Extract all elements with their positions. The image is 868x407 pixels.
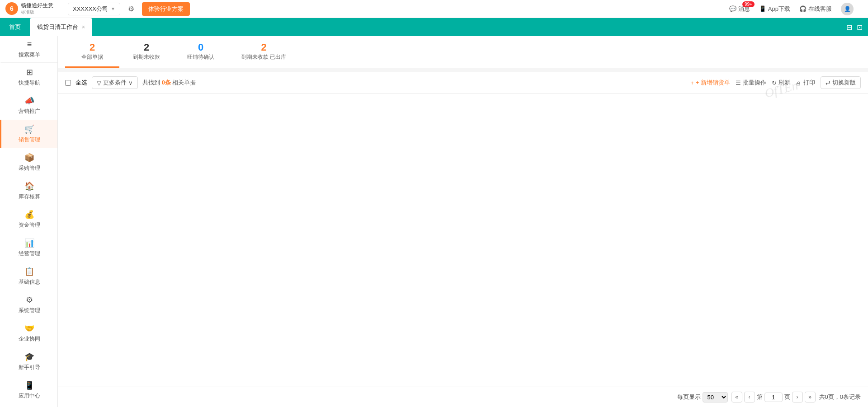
company-name: XXXXXX公司 xyxy=(73,5,108,13)
stat-tab-overdue[interactable]: 2 到期未收款 xyxy=(119,36,174,68)
add-label: + 新增销货单 xyxy=(696,79,730,87)
sidebar-item-finance[interactable]: 💰 资金管理 xyxy=(0,205,57,234)
first-page-button[interactable]: « xyxy=(731,392,742,402)
maximize-icon[interactable]: ⊡ xyxy=(857,23,863,32)
refresh-button[interactable]: ↻ 刷新 xyxy=(772,79,790,87)
logo-icon: 6 xyxy=(5,2,18,15)
logo-line2: 标准版 xyxy=(21,9,53,15)
add-sale-order-button[interactable]: + + 新增销货单 xyxy=(690,79,730,87)
switch-icon: ⇄ xyxy=(826,80,830,86)
message-icon: 💬 xyxy=(729,5,736,12)
online-service-label: 在线客服 xyxy=(808,5,832,13)
sidebar-label-guide: 新手引导 xyxy=(19,364,40,371)
next-page-button[interactable]: › xyxy=(792,392,803,402)
stat-tab-wangpu[interactable]: 0 旺铺待确认 xyxy=(174,36,228,68)
minimize-icon[interactable]: ⊟ xyxy=(846,23,852,32)
messages-badge: 99+ xyxy=(742,1,755,7)
search-menu-icon: ≡ xyxy=(27,40,32,49)
last-page-button[interactable]: » xyxy=(805,392,816,402)
quick-nav-icon: ⊞ xyxy=(26,67,33,77)
online-service-button[interactable]: 🎧 在线客服 xyxy=(799,5,832,13)
batch-operation-button[interactable]: ☰ 批量操作 xyxy=(736,79,766,87)
trial-button[interactable]: 体验行业方案 xyxy=(142,2,190,16)
sidebar-label-system: 系统管理 xyxy=(19,307,40,314)
sidebar-label-search: 搜索菜单 xyxy=(19,51,40,59)
tabbar: 首页 钱货日清工作台 × ⊟ ⊡ xyxy=(0,18,868,36)
content-area: 2 全部单据 2 到期未收款 0 旺铺待确认 2 到期未收款 已出库 全选 xyxy=(58,36,868,407)
sidebar-item-app-center[interactable]: 📱 应用中心 xyxy=(0,376,57,404)
sidebar-item-sales[interactable]: 🛒 销售管理 xyxy=(0,120,57,148)
tab-home[interactable]: 首页 xyxy=(0,18,30,36)
tab-close-icon[interactable]: × xyxy=(82,24,85,30)
refresh-label: 刷新 xyxy=(778,79,790,87)
logo-text-block: 畅捷通好生意 标准版 xyxy=(21,2,53,15)
sidebar-item-purchase[interactable]: 📦 采购管理 xyxy=(0,148,57,177)
tabbar-actions: ⊟ ⊡ xyxy=(846,23,868,32)
main-layout: ≡ 搜索菜单 ⊞ 快捷导航 📣 营销推广 🛒 销售管理 📦 采购管理 🏠 库存核… xyxy=(0,36,868,407)
page-size-selector[interactable]: 每页显示 50 100 200 xyxy=(677,392,728,402)
table-area xyxy=(58,94,868,387)
switch-version-button[interactable]: ⇄ 切换新版 xyxy=(821,76,861,89)
logo: 6 畅捷通好生意 标准版 xyxy=(5,2,63,15)
sidebar: ≡ 搜索菜单 ⊞ 快捷导航 📣 营销推广 🛒 销售管理 📦 采购管理 🏠 库存核… xyxy=(0,36,58,407)
sidebar-item-operations[interactable]: 📊 经营管理 xyxy=(0,234,57,262)
batch-icon: ☰ xyxy=(736,80,741,86)
company-selector[interactable]: XXXXXX公司 ▼ xyxy=(68,3,120,15)
system-icon: ⚙ xyxy=(26,295,33,305)
stat-num-all: 2 xyxy=(90,42,95,53)
sidebar-label-marketing: 营销推广 xyxy=(19,108,40,115)
logo-line1: 畅捷通好生意 xyxy=(21,2,53,9)
prev-page-button[interactable]: ‹ xyxy=(744,392,755,402)
page-input[interactable] xyxy=(764,393,783,402)
sidebar-label-app-center: 应用中心 xyxy=(19,392,40,400)
refresh-icon: ↻ xyxy=(772,80,777,86)
stat-label-wangpu: 旺铺待确认 xyxy=(187,53,214,61)
found-count: 0条 xyxy=(162,79,171,86)
operations-icon: 📊 xyxy=(24,238,34,248)
tab-active[interactable]: 钱货日清工作台 × xyxy=(30,18,92,36)
stat-tab-shipped[interactable]: 2 到期未收款 已出库 xyxy=(228,36,300,68)
toolbar: 全选 ▽ 更多条件 ∨ 共找到 0条 相关单据 + + 新增销货单 xyxy=(58,72,868,94)
sidebar-item-marketing[interactable]: 📣 营销推广 xyxy=(0,91,57,120)
sidebar-label-sales: 销售管理 xyxy=(19,136,40,144)
stat-num-shipped: 2 xyxy=(261,42,267,53)
stat-label-shipped: 到期未收款 已出库 xyxy=(241,53,286,61)
finance-icon: 💰 xyxy=(24,210,34,220)
sidebar-item-basic-info[interactable]: 📋 基础信息 xyxy=(0,262,57,290)
sidebar-label-finance: 资金管理 xyxy=(19,221,40,229)
sidebar-label-operations: 经营管理 xyxy=(19,250,40,257)
app-center-icon: 📱 xyxy=(24,380,34,390)
sidebar-item-system[interactable]: ⚙ 系统管理 xyxy=(0,290,57,319)
user-avatar[interactable]: 👤 xyxy=(841,3,854,15)
topbar-right: 💬 消息 99+ 📱 App下载 🎧 在线客服 👤 xyxy=(729,3,863,15)
sidebar-item-enterprise-collab[interactable]: 🤝 企业协同 xyxy=(0,319,57,347)
page-suffix: 页 xyxy=(784,393,790,401)
sidebar-item-quick-nav[interactable]: ⊞ 快捷导航 xyxy=(0,63,57,91)
sidebar-item-wechat[interactable]: 💬 企业微信 xyxy=(0,404,57,407)
marketing-icon: 📣 xyxy=(24,96,34,106)
sidebar-item-search-menu[interactable]: ≡ 搜索菜单 xyxy=(0,36,57,63)
sidebar-label-purchase: 采购管理 xyxy=(19,164,40,172)
per-page-select[interactable]: 50 100 200 xyxy=(703,392,728,402)
sales-icon: 🛒 xyxy=(24,124,34,134)
toolbar-left: 全选 ▽ 更多条件 ∨ 共找到 0条 相关单据 xyxy=(65,76,686,89)
inventory-icon: 🏠 xyxy=(24,181,34,191)
sidebar-item-inventory[interactable]: 🏠 库存核算 xyxy=(0,177,57,205)
print-button[interactable]: 🖨 打印 xyxy=(796,79,815,87)
filter-arrow-icon: ∨ xyxy=(128,80,133,86)
app-download-button[interactable]: 📱 App下载 xyxy=(759,5,790,13)
print-icon: 🖨 xyxy=(796,80,802,86)
found-prefix: 共找到 xyxy=(142,79,160,86)
headset-icon: 🎧 xyxy=(799,5,807,12)
sidebar-label-collab: 企业协同 xyxy=(19,335,40,343)
collab-icon: 🤝 xyxy=(24,323,34,333)
select-all-checkbox[interactable] xyxy=(65,80,71,86)
guide-icon: 🎓 xyxy=(24,352,34,362)
filter-button[interactable]: ▽ 更多条件 ∨ xyxy=(92,76,138,89)
sidebar-label-basic-info: 基础信息 xyxy=(19,278,40,286)
sidebar-item-guide[interactable]: 🎓 新手引导 xyxy=(0,347,57,376)
stat-tab-all[interactable]: 2 全部单据 xyxy=(65,36,119,68)
settings-button[interactable]: ⚙ xyxy=(125,3,137,15)
messages-button[interactable]: 💬 消息 99+ xyxy=(729,5,750,13)
filter-icon: ▽ xyxy=(97,80,101,86)
